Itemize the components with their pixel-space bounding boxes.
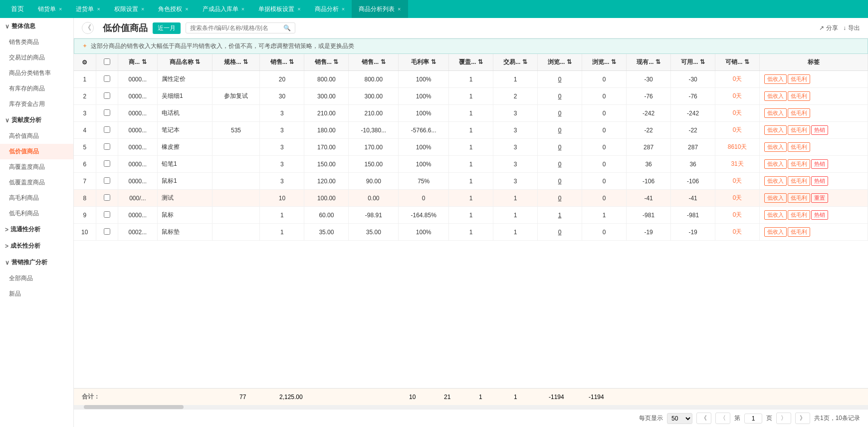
sidebar-section-circulation[interactable]: > 流通性分析 (0, 221, 73, 238)
search-icon[interactable]: 🔍 (283, 24, 291, 31)
row-checkbox-cell[interactable] (96, 190, 118, 207)
sidebar-item-stock-goods[interactable]: 有库存的商品 (0, 81, 73, 96)
close-purchase-order-icon[interactable]: × (97, 6, 100, 12)
browse-link[interactable]: 0 (558, 110, 562, 117)
browse-link[interactable]: 0 (558, 127, 562, 134)
sidebar-item-category-sales-rate[interactable]: 商品分类销售率 (0, 65, 73, 81)
sidebar-item-low-coverage[interactable]: 低覆盖度商品 (0, 175, 73, 190)
row-checkbox-cell[interactable] (96, 122, 118, 139)
row-checkbox[interactable] (104, 211, 110, 218)
next-page-button[interactable]: 〉 (776, 413, 791, 424)
nav-role-auth[interactable]: 角色授权 × (151, 0, 195, 18)
sidebar-item-low-profit[interactable]: 低毛利商品 (0, 206, 73, 221)
per-page-select[interactable]: 50 100 200 (667, 413, 692, 424)
table-wrapper[interactable]: ⚙ 商... ⇅ 商品名称 ⇅ 规格... ⇅ 销售... ⇅ 销售... ⇅ … (74, 54, 868, 388)
browse-link[interactable]: 0 (558, 144, 562, 151)
col-browse2[interactable]: 浏览... ⇅ (582, 54, 627, 71)
nav-product-analysis-list[interactable]: 商品分析列表 × (352, 0, 408, 18)
row-browse1[interactable]: 0 (538, 71, 582, 88)
sidebar-item-high-coverage[interactable]: 高覆盖度商品 (0, 159, 73, 175)
browse-link[interactable]: 1 (558, 212, 562, 219)
scrollbar-thumb[interactable] (84, 405, 184, 409)
row-browse1[interactable]: 0 (538, 88, 582, 105)
sidebar-item-new-goods[interactable]: 新品 (0, 286, 73, 302)
sidebar-item-stock-capital[interactable]: 库存资金占用 (0, 96, 73, 112)
sidebar-section-contribution[interactable]: ∨ 贡献度分析 (0, 112, 73, 128)
close-product-inbound-icon[interactable]: × (241, 6, 244, 12)
sidebar-section-growth[interactable]: > 成长性分析 (0, 238, 73, 254)
browse-link[interactable]: 0 (558, 76, 562, 83)
row-checkbox-cell[interactable] (96, 156, 118, 173)
close-sales-order-icon[interactable]: × (59, 6, 62, 12)
row-browse1[interactable]: 0 (538, 224, 582, 241)
row-browse1[interactable]: 0 (538, 139, 582, 156)
close-product-analysis-icon[interactable]: × (342, 6, 345, 12)
nav-permissions[interactable]: 权限设置 × (107, 0, 151, 18)
browse-link[interactable]: 0 (558, 93, 562, 100)
row-checkbox-cell[interactable] (96, 71, 118, 88)
sidebar-section-overall[interactable]: ∨ 整体信息 (0, 18, 73, 34)
browse-link[interactable]: 0 (558, 229, 562, 236)
sidebar-section-marketing[interactable]: ∨ 营销推广分析 (0, 254, 73, 271)
col-sale-amt[interactable]: 销售... ⇅ (304, 54, 349, 71)
col-browse1[interactable]: 浏览... ⇅ (538, 54, 582, 71)
share-button[interactable]: ↗ 分享 (819, 24, 838, 32)
select-all-checkbox[interactable] (104, 58, 110, 65)
row-checkbox[interactable] (104, 143, 110, 150)
col-settings[interactable]: ⚙ (74, 54, 96, 71)
nav-product-analysis[interactable]: 商品分析 × (308, 0, 352, 18)
nav-template-settings[interactable]: 单据模板设置 × (251, 0, 307, 18)
col-coverage[interactable]: 覆盖... ⇅ (449, 54, 493, 71)
row-checkbox[interactable] (104, 75, 110, 82)
prev-page-button[interactable]: 〈 (715, 413, 730, 424)
row-checkbox[interactable] (104, 228, 110, 235)
col-sale-qty[interactable]: 销售... ⇅ (260, 54, 304, 71)
col-trade[interactable]: 交易... ⇅ (493, 54, 538, 71)
row-checkbox[interactable] (104, 194, 110, 201)
sidebar-item-sales-goods[interactable]: 销售类商品 (0, 34, 73, 50)
sidebar-item-all-goods[interactable]: 全部商品 (0, 271, 73, 286)
row-browse1[interactable]: 0 (538, 105, 582, 122)
row-checkbox-cell[interactable] (96, 139, 118, 156)
current-page-input[interactable]: 1 (744, 414, 762, 424)
search-input[interactable] (190, 24, 283, 31)
row-checkbox-cell[interactable] (96, 88, 118, 105)
period-button[interactable]: 近一月 (153, 22, 181, 34)
row-checkbox-cell[interactable] (96, 224, 118, 241)
nav-home[interactable]: 首页 (4, 0, 31, 18)
sidebar-item-traded-goods[interactable]: 交易过的商品 (0, 50, 73, 65)
col-sale-profit[interactable]: 销售... ⇅ (349, 54, 399, 71)
browse-link[interactable]: 0 (558, 178, 562, 185)
row-browse1[interactable]: 0 (538, 156, 582, 173)
settings-icon[interactable]: ⚙ (82, 59, 87, 66)
row-browse1[interactable]: 0 (538, 173, 582, 190)
col-profit-rate[interactable]: 毛利率 ⇅ (399, 54, 449, 71)
sidebar-collapse-button[interactable]: 《 (82, 22, 94, 34)
row-checkbox[interactable] (104, 177, 110, 184)
row-checkbox-cell[interactable] (96, 105, 118, 122)
row-checkbox[interactable] (104, 109, 110, 116)
col-stock3[interactable]: 可销... ⇅ (715, 54, 760, 71)
row-checkbox-cell[interactable] (96, 173, 118, 190)
nav-sales-order[interactable]: 销货单 × (31, 0, 69, 18)
col-name[interactable]: 商品名称 ⇅ (157, 54, 212, 71)
close-template-settings-icon[interactable]: × (297, 6, 300, 12)
close-product-analysis-list-icon[interactable]: × (398, 6, 401, 12)
row-browse1[interactable]: 1 (538, 207, 582, 224)
first-page-button[interactable]: 《 (696, 413, 711, 424)
close-permissions-icon[interactable]: × (141, 6, 144, 12)
col-stock2[interactable]: 可用... ⇅ (671, 54, 715, 71)
horizontal-scrollbar[interactable] (74, 405, 868, 409)
row-checkbox[interactable] (104, 160, 110, 167)
nav-purchase-order[interactable]: 进货单 × (69, 0, 107, 18)
row-checkbox[interactable] (104, 126, 110, 133)
row-browse1[interactable]: 0 (538, 190, 582, 207)
col-code[interactable]: 商... ⇅ (118, 54, 157, 71)
row-checkbox[interactable] (104, 92, 110, 99)
export-button[interactable]: ↓ 导出 (843, 24, 860, 32)
col-stock1[interactable]: 现有... ⇅ (627, 54, 671, 71)
sidebar-item-high-value[interactable]: 高价值商品 (0, 128, 73, 144)
browse-link[interactable]: 0 (558, 161, 562, 168)
last-page-button[interactable]: 》 (795, 413, 810, 424)
browse-link[interactable]: 0 (558, 195, 562, 202)
